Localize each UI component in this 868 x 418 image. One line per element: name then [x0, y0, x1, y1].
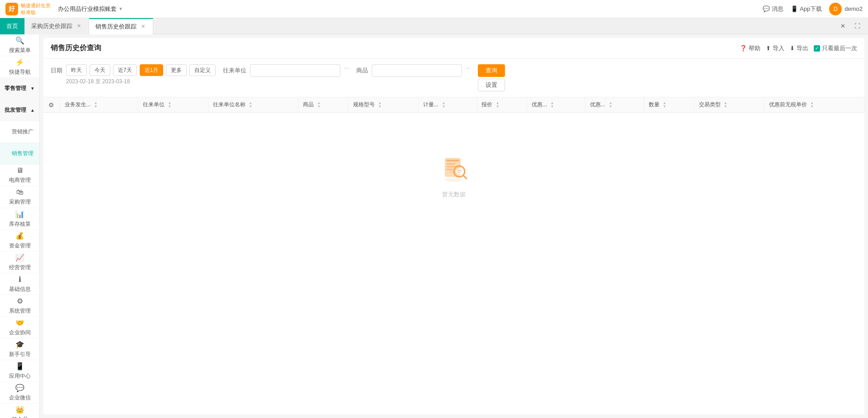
th-spec[interactable]: 规格型号 ▲▼	[349, 97, 419, 113]
checkbox-checked-icon: ✓	[814, 45, 820, 52]
app-center-icon: 📱	[15, 362, 24, 370]
ecom-label: 电商管理	[9, 176, 31, 184]
sidebar-item-ops[interactable]: 📈 经营管理	[0, 252, 39, 273]
sidebar-item-sales-mgmt[interactable]: 销售管理	[0, 143, 39, 165]
enterprise-wechat-label: 企业微信	[9, 394, 31, 402]
partner-filter-group: 往来单位 ···	[223, 64, 349, 77]
ops-icon: 📈	[15, 253, 24, 262]
date-1month-btn[interactable]: 近1月	[140, 64, 164, 76]
query-btn[interactable]: 查询	[478, 64, 505, 77]
filter-area: 日期 昨天 今天 近7天 近1月 更多 自定义 2023-02-18 至 202…	[43, 59, 864, 97]
sidebar-item-purchase[interactable]: 🛍 采购管理	[0, 186, 39, 208]
ops-label: 经营管理	[9, 264, 31, 271]
date-filter-label: 日期	[51, 64, 62, 77]
purchase-label: 采购管理	[9, 198, 31, 206]
date-btn-row: 昨天 今天 近7天 近1月 更多 自定义	[66, 64, 216, 76]
vip-label: 畅会员	[12, 416, 28, 418]
basic-info-label: 基础信息	[9, 285, 31, 293]
page-header-actions: ❓ 帮助 ⬆ 导入 ⬇ 导出 ✓ 只看最后一次	[740, 44, 857, 58]
product-input[interactable]	[372, 64, 462, 77]
date-filter-options: 昨天 今天 近7天 近1月 更多 自定义 2023-02-18 至 2023-0…	[66, 64, 216, 86]
th-biz-date[interactable]: 业务发生... ▲▼	[60, 97, 138, 113]
new-guide-label: 新手引导	[9, 351, 31, 358]
th-discount2[interactable]: 优惠... ▲▼	[585, 97, 644, 113]
logo-text: 畅捷通好生意 标准版	[21, 2, 51, 15]
sidebar-section-wholesale[interactable]: 批发管理 ▲	[0, 100, 39, 121]
th-product[interactable]: 商品 ▲▼	[298, 97, 349, 113]
close-all-tabs-btn[interactable]: ✕	[837, 21, 848, 32]
setting-btn[interactable]: 设置	[478, 79, 505, 91]
sidebar: 🔍 搜索菜单 ⚡ 快捷导航 零售管理 ▼ 批发管理 ▲ 营销推广 销售管理 🖥 …	[0, 34, 40, 418]
sidebar-item-enterprise-wechat[interactable]: 💬 企业微信	[0, 382, 39, 404]
expand-tab-btn[interactable]: ⛶	[852, 21, 863, 32]
retail-expand-icon: ▼	[30, 86, 35, 91]
export-icon: ⬇	[790, 45, 795, 52]
date-custom-btn[interactable]: 自定义	[189, 64, 216, 76]
th-trade-type[interactable]: 交易类型 ▲▼	[694, 97, 764, 113]
th-quoted-price[interactable]: 报价 ▲▼	[477, 97, 527, 113]
import-btn[interactable]: ⬆ 导入	[766, 44, 784, 52]
product-dots-btn[interactable]: ···	[466, 64, 471, 71]
help-btn[interactable]: ❓ 帮助	[740, 44, 760, 52]
sidebar-item-inventory[interactable]: 📊 库存核算	[0, 208, 39, 230]
th-pre-tax-price[interactable]: 优惠前无税单价 ▲▼	[764, 97, 864, 113]
avatar: D	[829, 3, 842, 15]
sidebar-section-retail[interactable]: 零售管理 ▼	[0, 78, 39, 100]
page-header: 销售历史价查询 ❓ 帮助 ⬆ 导入 ⬇ 导出 ✓	[43, 38, 864, 59]
sidebar-item-search-menu[interactable]: 🔍 搜索菜单	[0, 34, 39, 56]
sidebar-item-system[interactable]: ⚙ 系统管理	[0, 295, 39, 317]
date-yesterday-btn[interactable]: 昨天	[66, 64, 87, 76]
basic-info-icon: ℹ	[19, 275, 21, 284]
system-label: 系统管理	[9, 307, 31, 315]
sidebar-item-app-center[interactable]: 📱 应用中心	[0, 360, 39, 382]
app-download-btn[interactable]: 📱 App下载	[791, 5, 822, 13]
vip-icon: 👑	[15, 405, 24, 414]
date-today-btn[interactable]: 今天	[90, 64, 110, 76]
sidebar-item-marketing[interactable]: 营销推广	[0, 121, 39, 143]
sidebar-item-quick-nav[interactable]: ⚡ 快捷导航	[0, 56, 39, 78]
sidebar-item-basic-info[interactable]: ℹ 基础信息	[0, 273, 39, 295]
sort-spec-icon: ▲▼	[378, 101, 382, 109]
partner-dots-btn[interactable]: ···	[344, 64, 349, 71]
date-filter-group: 日期 昨天 今天 近7天 近1月 更多 自定义 2023-02-18 至 202…	[51, 64, 216, 86]
tab-purchase-history[interactable]: 采购历史价跟踪 ✕	[25, 18, 89, 34]
date-more-btn[interactable]: 更多	[166, 64, 187, 76]
sidebar-item-enterprise-collab[interactable]: 🤝 企业协同	[0, 317, 39, 338]
svg-rect-5	[446, 169, 453, 170]
svg-point-7	[456, 168, 462, 175]
inventory-icon: 📊	[15, 210, 24, 218]
sidebar-item-vip[interactable]: 👑 畅会员	[0, 404, 39, 418]
download-icon: 📱	[791, 5, 798, 12]
user-area[interactable]: D demo2	[829, 3, 863, 15]
svg-rect-2	[446, 160, 459, 162]
partner-label: 往来单位	[223, 64, 246, 77]
th-partner-name[interactable]: 往来单位名称 ▲▼	[208, 97, 298, 113]
partner-input[interactable]	[250, 64, 340, 77]
product-label: 商品	[356, 64, 368, 77]
sidebar-item-ecom[interactable]: 🖥 电商管理	[0, 165, 39, 186]
sort-unit-icon: ▲▼	[442, 101, 445, 109]
new-guide-icon: 🎓	[15, 340, 24, 349]
finance-label: 资金管理	[9, 242, 31, 250]
date-7days-btn[interactable]: 近7天	[113, 64, 137, 76]
table-settings-icon[interactable]: ⚙	[48, 101, 54, 109]
app-selector[interactable]: 办公用品行业模拟账套 ▼	[54, 3, 127, 15]
sidebar-item-finance[interactable]: 💰 资金管理	[0, 230, 39, 252]
only-last-checkbox[interactable]: ✓ 只看最后一次	[814, 44, 857, 52]
tab-home[interactable]: 首页	[0, 18, 25, 34]
th-quantity[interactable]: 数量 ▲▼	[644, 97, 694, 113]
message-btn[interactable]: 💬 消息	[763, 5, 783, 13]
close-sales-tab-icon[interactable]: ✕	[139, 23, 146, 30]
svg-line-8	[463, 176, 467, 179]
th-settings[interactable]: ⚙	[43, 97, 60, 113]
th-unit[interactable]: 计量... ▲▼	[419, 97, 477, 113]
th-partner-code[interactable]: 往来单位 ▲▼	[138, 97, 208, 113]
sidebar-item-new-guide[interactable]: 🎓 新手引导	[0, 338, 39, 360]
help-icon: ❓	[740, 45, 747, 52]
close-purchase-tab-icon[interactable]: ✕	[75, 23, 82, 30]
main-layout: 🔍 搜索菜单 ⚡ 快捷导航 零售管理 ▼ 批发管理 ▲ 营销推广 销售管理 🖥 …	[0, 34, 868, 418]
tab-sales-history[interactable]: 销售历史价跟踪 ✕	[89, 18, 153, 34]
th-discount1[interactable]: 优惠... ▲▼	[527, 97, 585, 113]
export-btn[interactable]: ⬇ 导出	[790, 44, 808, 52]
sort-quoted-price-icon: ▲▼	[496, 101, 500, 109]
